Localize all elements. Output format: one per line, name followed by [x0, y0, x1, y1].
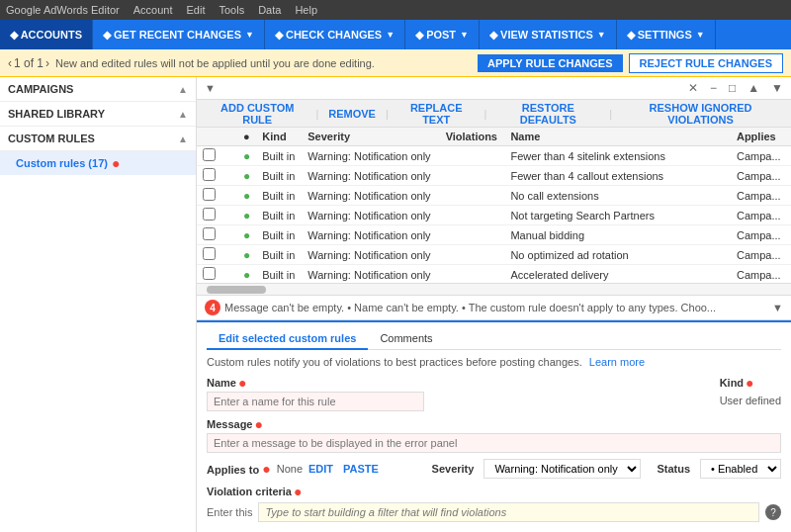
table-row[interactable]: ● Built in Warning: Notification only Ac…	[197, 265, 791, 285]
close-panel-icon[interactable]: ✕	[688, 81, 698, 95]
tab-comments[interactable]: Comments	[368, 328, 444, 350]
edit-panel-description: Custom rules notify you of violations to…	[207, 356, 781, 368]
row-kind-cell: Built in	[256, 225, 302, 245]
row-checkbox[interactable]	[203, 168, 216, 181]
row-severity-cell: Warning: Notification only	[302, 265, 439, 285]
custom-rules-error-dot: ●	[112, 156, 120, 170]
scroll-down-icon[interactable]: ▼	[771, 81, 783, 95]
severity-label: Severity	[432, 463, 475, 475]
settings-button[interactable]: ◆ SETTINGS ▼	[617, 20, 716, 49]
row-checkbox-cell[interactable]	[197, 146, 221, 166]
sidebar-section-campaigns[interactable]: CAMPAIGNS ▲	[0, 77, 196, 102]
row-kind-cell: Built in	[256, 206, 302, 225]
menu-edit[interactable]: Edit	[187, 4, 206, 16]
violation-criteria-row: Violation criteria ●	[207, 485, 781, 498]
col-severity[interactable]: Severity	[302, 128, 439, 146]
menu-data[interactable]: Data	[258, 4, 281, 16]
nav-next-icon[interactable]: ›	[45, 56, 49, 70]
applies-required-dot: ●	[262, 461, 270, 477]
table-row[interactable]: ● Built in Warning: Notification only No…	[197, 186, 791, 206]
table-row[interactable]: ● Built in Warning: Notification only No…	[197, 245, 791, 265]
remove-button[interactable]: REMOVE	[324, 106, 380, 122]
row-dot-cell: ●	[237, 206, 256, 225]
error-count-badge: 4	[205, 300, 220, 315]
menu-bar: Google AdWords Editor Account Edit Tools…	[0, 0, 791, 20]
breadcrumb-bar: ‹ 1 of 1 › New and edited rules will not…	[0, 49, 791, 77]
applies-value: None	[277, 463, 303, 475]
page-info: 1 of 1	[14, 56, 44, 70]
row-checkbox[interactable]	[203, 227, 216, 240]
scroll-up-icon[interactable]: ▲	[747, 81, 759, 95]
tab-edit[interactable]: Edit selected custom rules	[207, 328, 368, 350]
table-row[interactable]: ● Built in Warning: Notification only Ma…	[197, 225, 791, 245]
get-recent-changes-button[interactable]: ◆ GET RECENT CHANGES ▼	[93, 20, 265, 49]
view-statistics-button[interactable]: ◆ VIEW STATISTICS ▼	[480, 20, 617, 49]
row-dot-cell: ●	[237, 146, 256, 166]
col-kind[interactable]: Kind	[256, 128, 302, 146]
row-applies-cell: Campa...	[731, 265, 791, 285]
row-violations-cell	[440, 146, 505, 166]
accounts-button[interactable]: ◆ ACCOUNTS	[0, 20, 93, 49]
applies-edit-link[interactable]: EDIT	[308, 463, 333, 475]
reshow-ignored-button[interactable]: RESHOW IGNORED VIOLATIONS	[618, 100, 783, 128]
post-arrow-icon: ▼	[460, 30, 469, 40]
error-dropdown-icon[interactable]: ▼	[772, 302, 783, 313]
row-checkbox-cell[interactable]	[197, 245, 221, 265]
table-row[interactable]: ● Built in Warning: Notification only No…	[197, 206, 791, 225]
row-checkbox[interactable]	[203, 148, 216, 161]
menu-help[interactable]: Help	[295, 4, 317, 16]
nav-prev-icon[interactable]: ‹	[8, 56, 12, 70]
row-checkbox-cell[interactable]	[197, 186, 221, 206]
sidebar-item-custom-rules[interactable]: Custom rules (17) ●	[0, 151, 196, 175]
row-checkbox-cell[interactable]	[197, 206, 221, 225]
status-label: Status	[657, 463, 690, 475]
rules-table-container: ● Kind Severity Violations Name Applies …	[197, 128, 791, 284]
restore-defaults-button[interactable]: RESTORE DEFAULTS	[492, 100, 603, 128]
col-name[interactable]: Name	[504, 128, 731, 146]
row-eye-cell	[221, 245, 237, 265]
row-checkbox[interactable]	[203, 208, 216, 221]
table-row[interactable]: ● Built in Warning: Notification only Fe…	[197, 146, 791, 166]
kind-required-dot: ●	[746, 376, 753, 390]
applies-label: Applies to ●	[207, 462, 271, 476]
applies-paste-link[interactable]: PASTE	[343, 463, 379, 475]
menu-account[interactable]: Account	[133, 4, 173, 16]
reject-rule-changes-button[interactable]: REJECT RULE CHANGES	[629, 53, 783, 73]
rules-header: ▼ ✕ − □ ▲ ▼	[197, 77, 791, 100]
sidebar-section-custom-rules[interactable]: CUSTOM RULES ▲	[0, 127, 196, 151]
add-custom-rule-button[interactable]: ADD CUSTOM RULE	[205, 100, 309, 128]
kind-value: User defined	[720, 392, 781, 409]
check-changes-button[interactable]: ◆ CHECK CHANGES ▼	[265, 20, 405, 49]
col-violations[interactable]: Violations	[440, 128, 505, 146]
minimize-icon[interactable]: −	[710, 81, 717, 95]
row-checkbox[interactable]	[203, 247, 216, 260]
learn-more-link[interactable]: Learn more	[589, 356, 645, 368]
message-input[interactable]	[207, 433, 781, 453]
violation-criteria-input[interactable]	[258, 502, 759, 522]
campaigns-arrow-icon: ▲	[178, 84, 188, 95]
horizontal-scrollbar[interactable]	[197, 284, 791, 296]
apply-rule-changes-button[interactable]: APPLY RULE CHANGES	[478, 54, 623, 72]
custom-rules-arrow-icon: ▲	[178, 133, 188, 144]
name-input[interactable]	[207, 392, 424, 411]
violation-required-dot: ●	[294, 485, 302, 498]
applies-row: Applies to ● None EDIT PASTE Severity Wa…	[207, 459, 781, 479]
post-button[interactable]: ◆ POST ▼	[405, 20, 480, 49]
row-checkbox-cell[interactable]	[197, 265, 221, 285]
violation-help-icon[interactable]: ?	[765, 504, 781, 520]
row-checkbox[interactable]	[203, 267, 216, 280]
row-checkbox-cell[interactable]	[197, 166, 221, 186]
main-layout: CAMPAIGNS ▲ SHARED LIBRARY ▲ CUSTOM RULE…	[0, 77, 791, 532]
table-row[interactable]: ● Built in Warning: Notification only Fe…	[197, 166, 791, 186]
row-applies-cell: Campa...	[731, 146, 791, 166]
sidebar-section-shared-library[interactable]: SHARED LIBRARY ▲	[0, 102, 196, 127]
status-select[interactable]: • Enabled	[700, 459, 781, 479]
scrollbar-thumb[interactable]	[207, 286, 266, 294]
row-checkbox[interactable]	[203, 188, 216, 201]
severity-select[interactable]: Warning: Notification only	[483, 459, 641, 479]
maximize-icon[interactable]: □	[729, 81, 736, 95]
menu-tools[interactable]: Tools	[219, 4, 244, 16]
col-applies[interactable]: Applies	[731, 128, 791, 146]
replace-text-button[interactable]: REPLACE TEXT	[395, 100, 479, 128]
row-checkbox-cell[interactable]	[197, 225, 221, 245]
